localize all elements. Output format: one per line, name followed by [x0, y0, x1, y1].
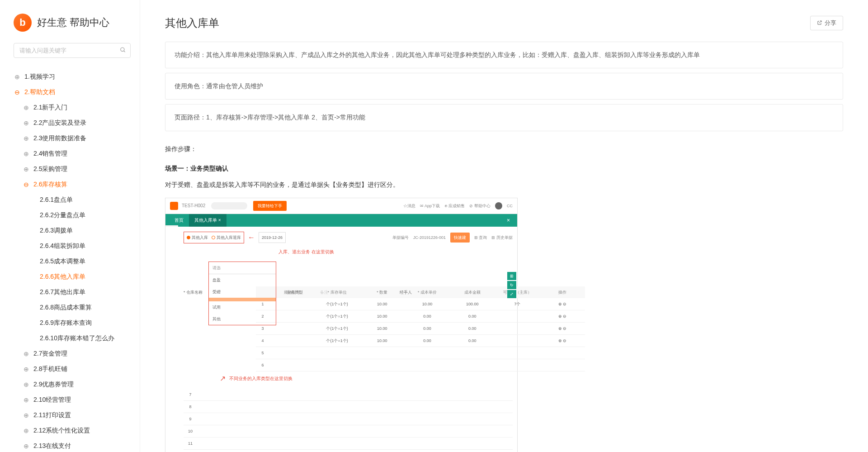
- embedded-screenshot: TEST-H002 我要转给下手 ☆消息 ✉ App下载 ⊕ 应成销售 ⊘ 帮助…: [165, 198, 518, 452]
- nav-tree: ⊕1.视频学习 ⊖2.帮助文档 ⊕2.1新手入门 ⊕2.2产品安装及登录 ⊕2.…: [14, 69, 131, 452]
- ss-annotation-2: 不同业务的入库类型在这里切换: [229, 374, 292, 383]
- nav-2-11[interactable]: ⊕2.11打印设置: [14, 408, 131, 423]
- nav-docs[interactable]: ⊖2.帮助文档: [14, 85, 131, 100]
- nav-2-6-6[interactable]: 2.6.6其他入库单: [14, 269, 131, 285]
- ss-topbar: TEST-H002 我要转给下手 ☆消息 ✉ App下载 ⊕ 应成销售 ⊘ 帮助…: [165, 198, 517, 214]
- ss-menu-help: ⊘ 帮助中心: [469, 202, 491, 210]
- plus-icon: ⊕: [23, 366, 30, 373]
- plus-icon: ⊕: [23, 350, 30, 357]
- plus-icon: ⊕: [23, 381, 30, 388]
- nav-2-6-3[interactable]: 2.6.3调拨单: [14, 223, 131, 238]
- sidebar: b 好生意 帮助中心 ⊕1.视频学习 ⊖2.帮助文档 ⊕2.1新手入门 ⊕2.2…: [0, 0, 140, 452]
- plus-icon: ⊕: [23, 396, 30, 404]
- ss-tool-icon: ⤢: [507, 290, 516, 298]
- ss-menu-app: ✉ App下载: [420, 202, 440, 210]
- nav-2-6-4[interactable]: 2.6.4组装拆卸单: [14, 238, 131, 254]
- ss-table: 规格型号 * 库存单位 * 数量 * 成本单价 成本金额 可用量（主库） 操作 …: [256, 286, 585, 371]
- ss-quick-btn: 快速建: [450, 233, 470, 243]
- plus-icon: ⊕: [14, 73, 21, 81]
- nav-video[interactable]: ⊕1.视频学习: [14, 69, 131, 85]
- ss-company: TEST-H002: [182, 201, 205, 210]
- scene1-title: 场景一：业务类型确认: [165, 162, 843, 175]
- nav-2-5[interactable]: ⊕2.5采购管理: [14, 162, 131, 177]
- logo: b 好生意 帮助中心: [14, 14, 131, 32]
- ss-avatar-icon: [495, 202, 502, 209]
- ss-dropdown: 请选 盘盈 受赠 试用 其他: [208, 262, 276, 325]
- arrow-icon: ←: [248, 230, 255, 245]
- nav-2-6-2[interactable]: 2.6.2分量盘点单: [14, 208, 131, 223]
- plus-icon: ⊕: [23, 412, 30, 419]
- plus-icon: ⊕: [23, 135, 30, 142]
- steps-label: 操作步骤：: [165, 143, 843, 155]
- plus-icon: ⊕: [23, 166, 30, 173]
- scene1-text: 对于受赠、盘盈或是拆装入库等不同的业务，是通过单据头【业务类型】进行区分。: [165, 178, 843, 191]
- nav-2-2[interactable]: ⊕2.2产品安装及登录: [14, 115, 131, 131]
- ss-tool-icon: ⊞: [507, 272, 516, 280]
- nav-2-7[interactable]: ⊕2.7资金管理: [14, 346, 131, 362]
- nav-2-12[interactable]: ⊕2.12系统个性化设置: [14, 423, 131, 438]
- nav-2-6-9[interactable]: 2.6.9库存账本查询: [14, 315, 131, 331]
- nav-2-9[interactable]: ⊕2.9优惠券管理: [14, 377, 131, 392]
- radio-icon: [212, 236, 215, 239]
- page-header: 其他入库单 分享: [165, 16, 843, 30]
- ss-menu-sales: ⊕ 应成销售: [444, 202, 465, 210]
- main-content: 其他入库单 分享 功能介绍：其他入库单用来处理除采购入库、产成品入库之外的其他入…: [140, 0, 868, 452]
- ss-right-rail: ⊞ ↻ ⤢: [507, 272, 517, 298]
- logo-text: 好生意 帮助中心: [37, 16, 109, 29]
- radio-icon: [187, 236, 190, 239]
- page-title: 其他入库单: [165, 16, 219, 30]
- ss-close-icon: ×: [503, 215, 514, 226]
- nav-2-3[interactable]: ⊕2.3使用前数据准备: [14, 131, 131, 146]
- ss-menu-msg: ☆消息: [403, 202, 415, 210]
- intro-box: 功能介绍：其他入库单用来处理除采购入库、产成品入库之外的其他入库业务，因此其他入…: [165, 42, 843, 68]
- ss-tab-current: 其他入库单 ×: [189, 214, 226, 227]
- plus-icon: ⊕: [23, 427, 30, 434]
- plus-icon: ⊕: [23, 104, 30, 111]
- search-input[interactable]: [14, 43, 131, 58]
- path-box: 页面路径：1、库存核算->库存管理->其他入库单 2、首页->常用功能: [165, 104, 843, 131]
- nav-2-6[interactable]: ⊖2.6库存核算: [14, 177, 131, 192]
- share-icon: [817, 20, 822, 27]
- nav-2-6-5[interactable]: 2.6.5成本调整单: [14, 254, 131, 269]
- minus-icon: ⊖: [23, 181, 30, 188]
- arrow-icon: ↗: [220, 371, 226, 386]
- nav-2-13[interactable]: ⊕2.13在线支付: [14, 438, 131, 452]
- plus-icon: ⊕: [23, 150, 30, 157]
- svg-line-1: [124, 51, 125, 52]
- nav-2-6-10[interactable]: 2.6.10库存账本错了怎么办: [14, 331, 131, 346]
- ss-search: [211, 202, 247, 209]
- search-icon[interactable]: [120, 47, 126, 54]
- svg-point-0: [121, 48, 124, 51]
- search-box: [14, 43, 131, 58]
- nav-2-6-1[interactable]: 2.6.1盘点单: [14, 192, 131, 208]
- ss-top-btn: 我要转给下手: [253, 201, 287, 211]
- content-section: 操作步骤： 场景一：业务类型确认 对于受赠、盘盈或是拆装入库等不同的业务，是通过…: [165, 143, 843, 452]
- nav-2-6-8[interactable]: 2.6.8商品成本重算: [14, 300, 131, 315]
- ss-annotation-1: 入库、退出业务 在这里切换: [278, 247, 334, 257]
- ss-tool-icon: ↻: [507, 281, 516, 289]
- nav-2-4[interactable]: ⊕2.4销售管理: [14, 146, 131, 162]
- ss-date: 2019-12-26: [259, 232, 286, 243]
- role-box: 使用角色：通常由仓管人员维护: [165, 73, 843, 100]
- ss-tabbar: 首页 其他入库单 × ×: [165, 214, 517, 227]
- plus-icon: ⊕: [23, 442, 30, 450]
- ss-tab-home: 首页: [169, 214, 189, 227]
- logo-icon: b: [14, 14, 32, 32]
- nav-2-1[interactable]: ⊕2.1新手入门: [14, 100, 131, 115]
- nav-2-6-7[interactable]: 2.6.7其他出库单: [14, 285, 131, 300]
- ss-username: CC: [507, 202, 513, 210]
- ss-type-selector: 其他入库 其他入库退库: [184, 232, 244, 243]
- minus-icon: ⊖: [14, 89, 21, 96]
- share-button[interactable]: 分享: [810, 16, 843, 30]
- nav-2-10[interactable]: ⊕2.10经营管理: [14, 392, 131, 408]
- nav-2-8[interactable]: ⊕2.8手机旺铺: [14, 362, 131, 377]
- ss-logo-icon: [170, 202, 178, 210]
- plus-icon: ⊕: [23, 119, 30, 127]
